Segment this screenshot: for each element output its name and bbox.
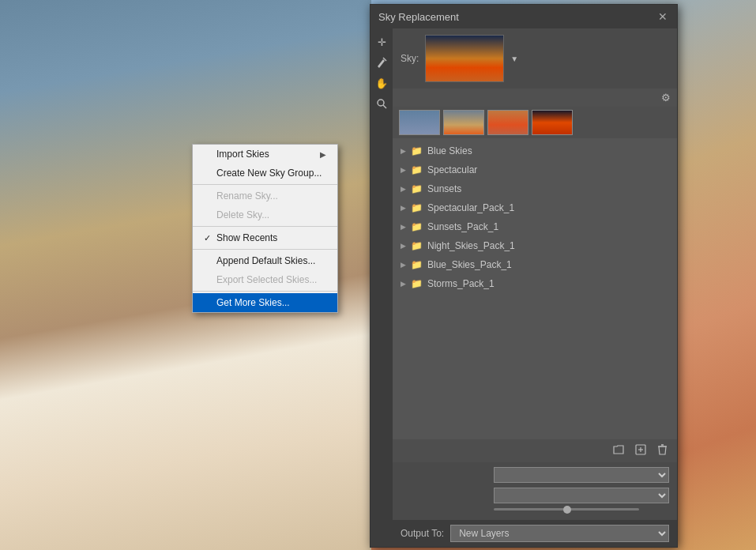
delete-sky-button[interactable] bbox=[654, 443, 671, 459]
folder-icon: 📁 bbox=[411, 183, 423, 194]
recent-thumbnails-row bbox=[393, 107, 677, 138]
dropdown-row-2 bbox=[401, 488, 669, 503]
sky-group-label: Storms_Pack_1 bbox=[427, 278, 495, 289]
sky-list-toolbar bbox=[393, 439, 677, 462]
output-select[interactable]: New Layers Duplicate Layer Flatten All L… bbox=[450, 525, 669, 542]
close-button[interactable]: ✕ bbox=[656, 10, 669, 23]
menu-item-label: Create New Sky Group... bbox=[216, 168, 326, 179]
menu-item-delete-sky: Delete Sky... bbox=[193, 205, 337, 224]
folder-icon: 📁 bbox=[411, 278, 423, 289]
chevron-icon: ▶ bbox=[401, 223, 406, 231]
sliders-area bbox=[393, 462, 677, 520]
submenu-arrow-icon: ▶ bbox=[320, 150, 326, 159]
sky-group-spectacular-pack-1[interactable]: ▶ 📁 Spectacular_Pack_1 bbox=[393, 198, 677, 217]
move-tool-button[interactable]: ✛ bbox=[373, 33, 390, 51]
chevron-icon: ▶ bbox=[401, 147, 406, 155]
sky-preview-thumbnail[interactable] bbox=[425, 35, 504, 82]
slider-thumb-1[interactable] bbox=[563, 506, 571, 514]
menu-checkmark-icon: ✓ bbox=[204, 233, 215, 243]
chevron-icon: ▶ bbox=[401, 242, 406, 250]
sky-group-label: Night_Skies_Pack_1 bbox=[427, 240, 515, 251]
menu-separator bbox=[193, 184, 337, 185]
title-bar: Sky Replacement ✕ bbox=[370, 5, 677, 28]
sky-preview-row: Sky: ▼ bbox=[393, 28, 677, 89]
svg-line-1 bbox=[383, 105, 386, 108]
sky-selector-top-bar: ⚙ bbox=[393, 89, 677, 107]
sky-group-label: Spectacular bbox=[427, 164, 477, 175]
svg-point-0 bbox=[378, 100, 384, 106]
folder-icon: 📁 bbox=[411, 259, 423, 270]
recent-thumb-3[interactable] bbox=[487, 110, 528, 135]
menu-item-append-default[interactable]: Append Default Skies... bbox=[193, 251, 337, 270]
dropdown-select-1[interactable] bbox=[494, 467, 669, 483]
menu-separator bbox=[193, 226, 337, 227]
menu-item-label: Get More Skies... bbox=[216, 297, 326, 308]
sky-selector-panel: ⚙ ▶ 📁 Blue Skies ▶ 📁 Spectacula bbox=[393, 89, 677, 462]
sky-group-night-skies-pack-1[interactable]: ▶ 📁 Night_Skies_Pack_1 bbox=[393, 236, 677, 255]
sky-replacement-dialog: Sky Replacement ✕ ✛ ✋ Sky: ▼ bbox=[370, 4, 678, 548]
slider-track-1[interactable] bbox=[494, 508, 639, 510]
folder-icon: 📁 bbox=[411, 164, 423, 175]
zoom-tool-button[interactable] bbox=[373, 95, 390, 112]
sky-group-storms-pack-1[interactable]: ▶ 📁 Storms_Pack_1 bbox=[393, 274, 677, 293]
folder-icon: 📁 bbox=[411, 221, 423, 232]
sky-group-spectacular[interactable]: ▶ 📁 Spectacular bbox=[393, 160, 677, 179]
sky-label: Sky: bbox=[401, 53, 419, 64]
dialog-content: Sky: ▼ ⚙ ▶ 📁 Blue Skies bbox=[393, 28, 677, 547]
menu-item-label: Show Recents bbox=[216, 232, 326, 243]
dropdown-row-1 bbox=[401, 467, 669, 483]
sky-group-sunsets-pack-1[interactable]: ▶ 📁 Sunsets_Pack_1 bbox=[393, 217, 677, 236]
dialog-title: Sky Replacement bbox=[378, 11, 459, 23]
chevron-icon: ▶ bbox=[401, 261, 406, 269]
menu-item-rename-sky: Rename Sky... bbox=[193, 186, 337, 205]
recent-thumb-4[interactable] bbox=[532, 110, 573, 135]
menu-separator bbox=[193, 291, 337, 292]
menu-item-show-recents[interactable]: ✓ Show Recents bbox=[193, 228, 337, 247]
sky-group-blue-skies[interactable]: ▶ 📁 Blue Skies bbox=[393, 141, 677, 160]
chevron-icon: ▶ bbox=[401, 166, 406, 174]
sky-group-label: Blue_Skies_Pack_1 bbox=[427, 259, 512, 270]
sky-group-label: Sunsets_Pack_1 bbox=[427, 221, 498, 232]
folder-icon: 📁 bbox=[411, 240, 423, 251]
menu-item-label: Import Skies bbox=[216, 149, 320, 160]
chevron-icon: ▶ bbox=[401, 204, 406, 212]
brush-tool-button[interactable] bbox=[373, 54, 390, 71]
sky-group-label: Spectacular_Pack_1 bbox=[427, 202, 514, 213]
sky-group-blue-skies-pack-1[interactable]: ▶ 📁 Blue_Skies_Pack_1 bbox=[393, 255, 677, 274]
folder-toolbar-button[interactable] bbox=[610, 443, 627, 458]
recent-thumb-1[interactable] bbox=[399, 110, 440, 135]
menu-item-label: Export Selected Skies... bbox=[216, 274, 326, 285]
dropdown-select-2[interactable] bbox=[494, 488, 669, 503]
add-sky-button[interactable] bbox=[632, 443, 649, 459]
hand-tool-button[interactable]: ✋ bbox=[373, 74, 390, 92]
gear-menu-button[interactable]: ⚙ bbox=[661, 92, 671, 104]
slider-row-1 bbox=[401, 508, 669, 510]
sky-dropdown-arrow[interactable]: ▼ bbox=[510, 55, 518, 63]
folder-icon: 📁 bbox=[411, 202, 423, 213]
chevron-icon: ▶ bbox=[401, 280, 406, 288]
chevron-icon: ▶ bbox=[401, 185, 406, 193]
sky-group-label: Blue Skies bbox=[427, 145, 472, 156]
sky-group-label: Sunsets bbox=[427, 183, 461, 194]
menu-item-import-skies[interactable]: Import Skies ▶ bbox=[193, 145, 337, 164]
folder-icon: 📁 bbox=[411, 145, 423, 156]
menu-item-label: Delete Sky... bbox=[216, 209, 326, 220]
sky-group-sunsets[interactable]: ▶ 📁 Sunsets bbox=[393, 179, 677, 198]
recent-thumb-2[interactable] bbox=[443, 110, 484, 135]
output-label: Output To: bbox=[401, 528, 444, 539]
context-menu: Import Skies ▶ Create New Sky Group... R… bbox=[192, 144, 338, 313]
menu-item-label: Rename Sky... bbox=[216, 190, 326, 202]
menu-separator bbox=[193, 249, 337, 250]
sky-groups-list[interactable]: ▶ 📁 Blue Skies ▶ 📁 Spectacular ▶ 📁 Sunse… bbox=[393, 138, 677, 439]
menu-item-create-group[interactable]: Create New Sky Group... bbox=[193, 164, 337, 183]
left-toolbar: ✛ ✋ bbox=[370, 28, 393, 547]
output-row: Output To: New Layers Duplicate Layer Fl… bbox=[393, 520, 677, 547]
menu-item-get-more-skies[interactable]: Get More Skies... bbox=[193, 293, 337, 312]
menu-item-label: Append Default Skies... bbox=[216, 255, 326, 266]
menu-item-export-skies: Export Selected Skies... bbox=[193, 270, 337, 289]
